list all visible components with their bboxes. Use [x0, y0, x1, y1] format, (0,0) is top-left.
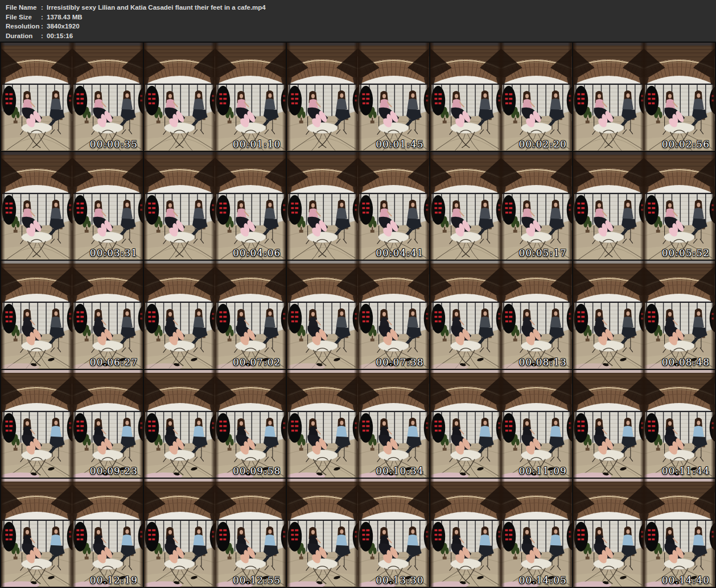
vr-eye-right-view	[644, 43, 715, 151]
vr-eye-left-view	[1, 370, 72, 478]
timestamp-label: 00:06:27	[90, 356, 138, 368]
file-size-label: File Size	[6, 13, 41, 22]
cafe-scene-illustration	[1, 261, 72, 369]
resolution-row: Resolution:3840x1920	[6, 22, 716, 31]
thumbnail-cell: 00:14:40	[573, 479, 715, 587]
cafe-scene-illustration	[358, 43, 429, 151]
thumbnail-cell: 00:02:56	[573, 43, 715, 151]
thumbnail-cell: 00:05:17	[430, 152, 572, 260]
timestamp-label: 00:12:55	[233, 574, 281, 586]
thumbnail-cell: 00:05:52	[573, 152, 715, 260]
vr-eye-right-view	[215, 43, 286, 151]
thumbnail-cell: 00:08:13	[430, 261, 572, 369]
cafe-scene-illustration	[1, 43, 72, 151]
vr-eye-right-view	[72, 261, 143, 369]
timestamp-label: 00:03:31	[90, 247, 138, 258]
timestamp-label: 00:02:20	[519, 138, 566, 150]
timestamp-label: 00:07:02	[233, 356, 281, 368]
vr-eye-right-view	[501, 152, 572, 260]
thumbnail-cell: 00:09:23	[1, 370, 143, 478]
cafe-scene-illustration	[72, 479, 143, 587]
file-name-row: File Name:Irresistibly sexy Lilian and K…	[6, 3, 716, 13]
vr-eye-left-view	[573, 43, 644, 151]
cafe-scene-illustration	[72, 43, 143, 151]
vr-eye-left-view	[430, 479, 501, 587]
timestamp-label: 00:14:40	[662, 574, 710, 586]
cafe-scene-illustration	[144, 43, 215, 151]
vr-eye-right-view	[358, 479, 429, 587]
duration-label: Duration	[6, 31, 41, 41]
timestamp-label: 00:00:35	[90, 138, 138, 150]
vr-eye-right-view	[215, 261, 286, 369]
cafe-scene-illustration	[358, 152, 429, 260]
cafe-scene-illustration	[72, 152, 143, 260]
cafe-scene-illustration	[501, 43, 572, 151]
cafe-scene-illustration	[287, 479, 358, 587]
vr-eye-right-view	[501, 479, 572, 587]
vr-eye-left-view	[287, 152, 358, 260]
cafe-scene-illustration	[430, 261, 501, 369]
thumbnail-cell: 00:04:06	[144, 152, 286, 260]
thumbnail-cell: 00:00:35	[1, 43, 143, 151]
cafe-scene-illustration	[215, 43, 286, 151]
resolution-label: Resolution	[6, 22, 41, 31]
vr-eye-right-view	[358, 43, 429, 151]
cafe-scene-illustration	[1, 479, 72, 587]
thumbnail-cell: 00:11:09	[430, 370, 572, 478]
vr-eye-right-view	[72, 43, 143, 151]
timestamp-label: 00:11:09	[519, 465, 566, 476]
cafe-scene-illustration	[215, 261, 286, 369]
timestamp-label: 00:12:19	[90, 574, 138, 586]
cafe-scene-illustration	[287, 152, 358, 260]
vr-eye-right-view	[501, 261, 572, 369]
cafe-scene-illustration	[573, 479, 644, 587]
cafe-scene-illustration	[287, 261, 358, 369]
vr-eye-left-view	[430, 43, 501, 151]
timestamp-label: 00:05:17	[519, 247, 566, 258]
cafe-scene-illustration	[430, 479, 501, 587]
cafe-scene-illustration	[573, 152, 644, 260]
cafe-scene-illustration	[430, 152, 501, 260]
vr-eye-left-view	[287, 43, 358, 151]
vr-eye-right-view	[72, 152, 143, 260]
thumbnail-cell: 00:11:44	[573, 370, 715, 478]
thumbnail-cell: 00:08:48	[573, 261, 715, 369]
cafe-scene-illustration	[501, 370, 572, 478]
vr-eye-right-view	[501, 43, 572, 151]
vr-eye-right-view	[358, 261, 429, 369]
cafe-scene-illustration	[358, 261, 429, 369]
thumbnail-cell: 00:03:31	[1, 152, 143, 260]
cafe-scene-illustration	[215, 479, 286, 587]
cafe-scene-illustration	[501, 152, 572, 260]
vr-eye-left-view	[573, 479, 644, 587]
vr-eye-left-view	[430, 152, 501, 260]
vr-eye-left-view	[1, 152, 72, 260]
timestamp-label: 00:01:10	[233, 138, 281, 150]
vr-eye-right-view	[644, 479, 715, 587]
timestamp-label: 00:11:44	[662, 465, 710, 476]
duration-value: 00:15:16	[47, 32, 73, 39]
timestamp-label: 00:04:06	[233, 247, 281, 258]
timestamp-label: 00:14:05	[519, 574, 566, 586]
vr-eye-left-view	[573, 261, 644, 369]
separator: :	[41, 3, 47, 13]
thumbnail-cell: 00:10:34	[287, 370, 429, 478]
cafe-scene-illustration	[72, 370, 143, 478]
thumbnail-cell: 00:04:41	[287, 152, 429, 260]
cafe-scene-illustration	[644, 261, 715, 369]
vr-eye-right-view	[72, 370, 143, 478]
file-name-label: File Name	[6, 3, 41, 13]
vr-eye-left-view	[1, 479, 72, 587]
duration-row: Duration:00:15:16	[6, 31, 716, 41]
cafe-scene-illustration	[215, 370, 286, 478]
file-size-row: File Size:1378.43 MB	[6, 13, 716, 22]
timestamp-label: 00:10:34	[376, 465, 423, 476]
vr-eye-left-view	[144, 479, 215, 587]
cafe-scene-illustration	[215, 152, 286, 260]
cafe-scene-illustration	[1, 370, 72, 478]
vr-eye-left-view	[144, 152, 215, 260]
cafe-scene-illustration	[501, 261, 572, 369]
vr-eye-right-view	[215, 479, 286, 587]
separator: :	[41, 13, 47, 22]
thumbnail-cell: 00:12:19	[1, 479, 143, 587]
